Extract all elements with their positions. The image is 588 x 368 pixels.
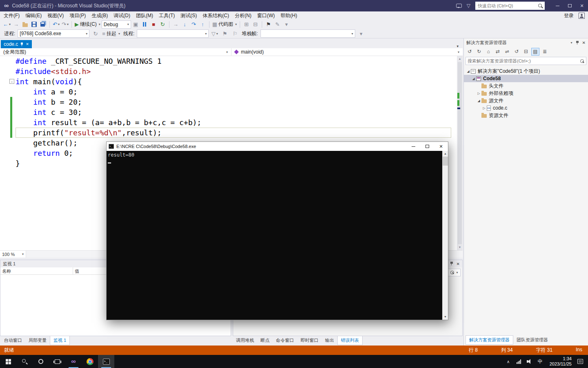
code-line-8[interactable]: printf("result=%d\n",result); [0,128,463,138]
document-list-dropdown-icon[interactable]: ▾ [457,44,463,48]
tree-item-header-files[interactable]: 头文件 [464,82,588,90]
refresh-button[interactable]: ↺ [512,48,521,56]
network-button[interactable] [514,355,524,368]
window-position-dropdown-icon[interactable]: ▾ [571,41,572,45]
quick-launch-box[interactable] [475,2,545,10]
menu-item-8[interactable]: 测试(S) [178,11,200,20]
tree-item-resource-files[interactable]: 资源文件 [464,112,588,119]
scroll-up-icon[interactable]: ▲ [457,56,463,62]
taskbar-console-app[interactable]: >_ [98,355,114,368]
close-button[interactable]: ✕ [576,0,588,11]
close-panel-icon[interactable]: ✕ [457,262,460,266]
maximize-button[interactable] [564,0,576,11]
forward-button[interactable]: ↻ [475,48,483,56]
scrollbar-thumb[interactable] [458,62,462,244]
scroll-down-icon[interactable]: ▼ [443,314,448,320]
code-map-button[interactable]: ▦代码图▾ [212,20,238,29]
zoom-dropdown[interactable]: 100 % ▾ [0,251,26,258]
feedback-icon[interactable] [456,4,462,8]
menu-item-5[interactable]: 调试(D) [111,11,133,20]
suspend-button[interactable]: ≡挂起▾ [101,29,121,38]
tray-expand-button[interactable]: ∧ [503,355,514,368]
sign-in-link[interactable]: 登录 [564,12,574,19]
quick-launch-input[interactable] [478,3,538,8]
code-line-1[interactable]: #define _CRT_SECURE_NO_WARNINGS 1 [0,56,463,66]
code-line-7[interactable]: int result = (a= a+b,b = b+c,c = c+b); [0,117,463,128]
watch-column-header-0[interactable]: 名称 [0,267,73,274]
menu-item-6[interactable]: 团队(M) [133,11,156,20]
sync-with-active-document-button[interactable]: ⇌ [503,48,511,56]
process-refresh-button[interactable]: ↻ [91,29,100,38]
show-next-statement-button[interactable]: → [172,20,180,29]
tree-item-external-dependencies[interactable]: ▷外部依赖项 [464,90,588,97]
code-gutter[interactable] [0,158,16,168]
navigate-backward-button[interactable]: ←▾ [2,20,11,29]
tree-expander-icon[interactable]: ◢ [471,77,476,81]
menu-item-7[interactable]: 工具(T) [156,11,178,20]
taskbar-chrome[interactable] [82,355,98,368]
menu-item-11[interactable]: 窗口(W) [254,11,278,20]
console-scrollbar[interactable]: ▲ ▼ [442,151,448,320]
back-button[interactable]: ↺ [466,48,474,56]
pin-panel-icon[interactable] [450,262,453,266]
tree-expander-icon[interactable]: ◢ [476,99,481,103]
minimize-button[interactable] [551,0,564,11]
code-gutter[interactable] [0,97,16,107]
notifications-filter-icon[interactable]: ▽ [467,3,470,9]
process-combo[interactable]: [9768] Code58.exe▾ [18,29,89,38]
close-tab-icon[interactable]: ✕ [26,42,29,46]
flag-thread-button[interactable]: ⚑ [220,29,229,38]
collapse-outlining-button[interactable]: ⊟ [251,20,260,29]
error-list-search-box[interactable]: ▾ [448,269,461,276]
tree-item-source-files[interactable]: ◢源文件 [464,97,588,104]
menu-item-12[interactable]: 帮助(H) [278,11,300,20]
code-line-3[interactable]: -int main(void){ [0,76,463,87]
menu-item-2[interactable]: 视图(V) [45,11,67,20]
collapse-all-button[interactable]: ⊟ [522,48,530,56]
explorer-tab-1[interactable]: 团队资源管理器 [513,336,551,344]
menu-item-4[interactable]: 生成(B) [89,11,111,20]
volume-button[interactable] [524,355,535,368]
stop-debugging-button[interactable]: ■ [149,20,158,29]
toggle-bookmark-button[interactable]: ⚑ [264,20,273,29]
code-gutter[interactable] [0,117,16,128]
tree-expander-icon[interactable]: ▷ [481,106,487,110]
menu-item-3[interactable]: 项目(P) [67,11,89,20]
panel-tab-4[interactable]: 输出 [322,336,337,345]
console-window[interactable]: >_ E:\NCRE C\Code58\Debug\Code58.exe ✕ r… [106,141,448,320]
bottom-tab-0[interactable]: 自动窗口 [1,336,25,345]
taskbar-visual-studio[interactable]: ∞ [65,355,82,368]
scope-dropdown[interactable]: (全局范围) ▾ [0,48,231,56]
show-all-files-button[interactable]: ▤ [531,48,539,56]
panel-tab-2[interactable]: 命令窗口 [273,336,297,345]
save-button[interactable] [30,20,38,29]
menu-item-0[interactable]: 文件(F) [1,11,22,20]
comment-selection-button[interactable]: ✎ [273,20,282,29]
stack-frame-combo[interactable]: ▾ [261,29,355,38]
close-panel-icon[interactable]: ✕ [582,40,586,45]
console-output[interactable]: result=80 [107,151,442,320]
task-view-button[interactable] [49,355,65,368]
code-line-4[interactable]: int a = 0; [0,87,463,97]
filter-threads-button[interactable]: ▽▾ [210,29,219,38]
bottom-tab-2[interactable]: 监视 1 [50,336,70,345]
editor-vertical-scrollbar[interactable]: ▲ ▼ [457,56,463,250]
properties-button[interactable]: ≣ [541,48,549,56]
code-gutter[interactable] [0,138,16,148]
console-minimize-button[interactable] [406,142,420,151]
pin-panel-icon[interactable] [576,41,579,45]
pin-tab-icon[interactable] [20,43,23,46]
console-maximize-button[interactable] [420,142,434,151]
home-button[interactable]: ⌂ [484,48,492,56]
taskbar-clock[interactable]: 1:34 2023/11/25 [546,356,576,367]
action-center-icon[interactable] [577,359,583,364]
code-gutter[interactable] [0,56,16,66]
ime-button[interactable]: 中 [535,355,546,368]
toolbar-options-button[interactable]: ▾ [282,20,291,29]
console-close-button[interactable]: ✕ [434,142,448,151]
tab-code-c[interactable]: code.c ✕ [1,40,32,48]
panel-tab-1[interactable]: 断点 [257,336,273,345]
tree-item-project-code58[interactable]: ◢Code58 [464,75,588,82]
switch-views-button[interactable]: ⇄ [494,48,502,56]
attach-to-process-button[interactable]: ▣ [131,20,140,29]
